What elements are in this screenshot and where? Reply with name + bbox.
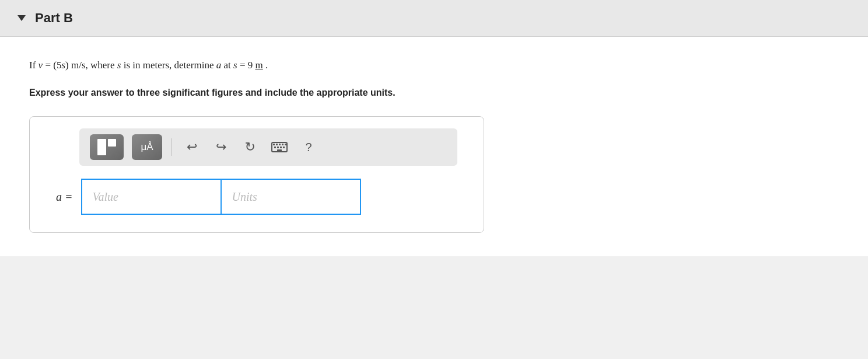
variable-label: a = [56, 190, 73, 204]
reset-button[interactable]: ↺ [240, 137, 261, 158]
equals-sign: = [43, 60, 53, 71]
units-input[interactable] [221, 179, 361, 215]
redo-icon: ↪ [216, 140, 226, 155]
bold-instruction: Express your answer to three significant… [29, 86, 839, 100]
value-input[interactable] [81, 179, 221, 215]
formula: (5s) [53, 60, 68, 71]
at-text: at [221, 60, 233, 71]
keyboard-icon [271, 142, 288, 152]
help-button[interactable]: ? [298, 137, 319, 158]
template-button[interactable] [90, 134, 124, 160]
equals-label: = [65, 190, 73, 203]
input-row: a = [56, 179, 469, 215]
keyboard-row-2 [274, 147, 285, 148]
value-9: 9 [248, 60, 253, 71]
undo-button[interactable]: ↩ [181, 137, 202, 158]
template-icon [97, 139, 116, 155]
s-variable-2: s [233, 60, 237, 71]
is-in-text: is in meters, determine [121, 60, 216, 71]
keyboard-row-3 [277, 149, 282, 151]
toolbar: μÅ ↩ ↪ ↺ [79, 128, 457, 166]
units-text: m/s, where [69, 60, 117, 71]
chevron-down-icon[interactable] [18, 15, 26, 21]
problem-statement: If v = (5s) m/s, where s is in meters, d… [29, 57, 839, 73]
help-icon: ? [305, 141, 312, 154]
a-variable: a [216, 60, 222, 71]
equals-sign-2: = [237, 60, 248, 71]
mu-label: μÅ [141, 141, 153, 153]
part-title: Part B [35, 11, 73, 26]
answer-box-container: μÅ ↩ ↪ ↺ [29, 116, 484, 233]
undo-icon: ↩ [187, 140, 197, 155]
mu-button[interactable]: μÅ [132, 134, 162, 160]
reset-icon: ↺ [245, 140, 256, 155]
template-icon-large-cell [97, 139, 106, 155]
v-variable: v [38, 60, 43, 71]
keyboard-row-1 [273, 144, 286, 145]
toolbar-divider [172, 138, 172, 156]
redo-button[interactable]: ↪ [211, 137, 232, 158]
keyboard-button[interactable] [269, 137, 290, 158]
page-container: Part B If v = (5s) m/s, where s is in me… [0, 0, 868, 359]
content-area: If v = (5s) m/s, where s is in meters, d… [0, 37, 868, 256]
period: . [263, 60, 268, 71]
a-var-label: a [56, 190, 62, 203]
statement-prefix: If [29, 60, 38, 71]
template-icon-small-top-cell [108, 139, 117, 147]
part-header: Part B [0, 0, 868, 37]
unit-m: m [256, 60, 263, 71]
template-icon-small-bottom-cell [108, 148, 117, 156]
